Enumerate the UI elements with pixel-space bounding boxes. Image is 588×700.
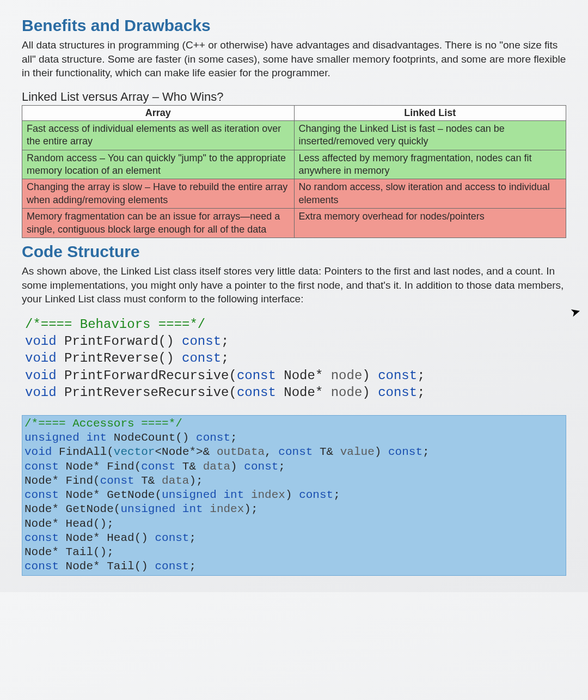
code-kw: const (299, 489, 333, 501)
code-kw: const (378, 368, 417, 383)
table-cell: Less affected by memory fragmentation, n… (294, 150, 566, 179)
code-txt: FindAll( (52, 446, 113, 458)
intro-paragraph: All data structures in programming (C++ … (22, 38, 566, 80)
code-kw: const (141, 460, 175, 473)
code-typ: vector (114, 446, 155, 458)
code-kw: void (25, 334, 57, 349)
code-txt: Node* Tail(); (24, 546, 114, 558)
comparison-table: Array Linked List Fast access of individ… (22, 105, 566, 238)
code-txt: Node* Find( (59, 460, 141, 473)
code-kw: unsigned int (120, 503, 203, 515)
code-kw: void (24, 446, 52, 458)
code-txt: T& (134, 474, 162, 487)
code-kw: const (237, 368, 276, 383)
code-txt: ; (422, 446, 430, 458)
code-txt (203, 503, 210, 515)
code-var: node (331, 368, 363, 383)
code-kw: const (155, 532, 189, 544)
code-kw: const (100, 474, 134, 487)
code-txt: <Node*>& (155, 446, 216, 458)
code-txt: ); (189, 474, 203, 487)
col-header-array: Array (22, 105, 295, 120)
code-txt (244, 489, 251, 501)
code-txt: PrintForward() (57, 334, 182, 349)
code-kw: void (25, 368, 57, 383)
code-kw: const (24, 460, 59, 473)
code-txt: PrintReverseRecursive( (57, 385, 237, 400)
code-txt: Node* Head(); (24, 518, 114, 530)
code-txt: NodeCount() (107, 431, 196, 444)
code-txt: ; (189, 560, 196, 573)
code-kw: unsigned int (24, 431, 107, 444)
table-cell: No random access, slow iteration and acc… (294, 179, 566, 209)
table-cell: Changing the Linked List is fast – nodes… (294, 120, 566, 150)
code-comment: /*==== Accessors ====*/ (24, 417, 182, 430)
code-txt: PrintForwardRecursive( (57, 368, 237, 383)
code-txt: T& (313, 446, 340, 458)
table-cell: Fast access of individual elements as we… (22, 120, 295, 150)
code-kw: void (25, 385, 57, 400)
code-txt: ) (375, 446, 388, 458)
code-comment: /*==== Behaviors ====*/ (25, 317, 205, 332)
code-txt: ) (285, 489, 299, 501)
subheading-versus: Linked List versus Array – Who Wins? (22, 90, 566, 104)
code-txt: ; (278, 460, 285, 473)
code-kw: const (378, 385, 417, 400)
code-kw: const (182, 334, 221, 349)
code-block-behaviors: /*==== Behaviors ====*/ void PrintForwar… (22, 316, 566, 401)
code-var: data (203, 460, 230, 473)
table-cell: Extra memory overhead for nodes/pointers (294, 209, 566, 238)
table-cell: Random access – You can quickly "jump" t… (22, 150, 295, 179)
code-txt: ; (230, 431, 237, 444)
code-kw: const (182, 351, 221, 366)
code-var: index (210, 503, 244, 515)
code-txt: Node* Head() (59, 532, 155, 544)
code-var: node (331, 385, 363, 400)
code-kw: const (24, 560, 59, 573)
code-txt: ; (221, 334, 229, 349)
code-kw: void (25, 351, 57, 366)
code-kw: const (388, 446, 422, 458)
code-txt: Node* Find( (24, 474, 100, 487)
heading-benefits: Benefits and Drawbacks (22, 16, 566, 35)
code-txt: PrintReverse() (57, 351, 182, 366)
code-txt: ) (230, 460, 244, 473)
heading-code-structure: Code Structure (22, 242, 566, 261)
code-kw: unsigned int (162, 489, 244, 501)
code-txt: ; (417, 368, 425, 383)
table-cell: Memory fragmentation can be an issue for… (22, 209, 295, 238)
code-txt: ; (221, 351, 229, 366)
code-var: data (162, 474, 189, 487)
code-kw: const (24, 532, 59, 544)
code-block-accessors: /*==== Accessors ====*/ unsigned int Nod… (22, 415, 566, 576)
code-kw: const (244, 460, 278, 473)
code-txt: ; (417, 385, 425, 400)
code-structure-paragraph: As shown above, the Linked List class it… (22, 264, 566, 306)
code-kw: const (155, 560, 189, 573)
code-txt: Node* GetNode( (24, 503, 120, 515)
code-txt: ); (244, 503, 258, 515)
code-txt: Node* (276, 385, 331, 400)
table-cell: Changing the array is slow – Have to reb… (22, 179, 295, 209)
code-var: index (251, 489, 285, 501)
code-txt: ) (362, 368, 378, 383)
code-txt: T& (175, 460, 203, 473)
code-txt: , (265, 446, 278, 458)
code-kw: const (237, 385, 276, 400)
code-var: outData (217, 446, 265, 458)
cursor-icon: ➤ (569, 304, 582, 320)
code-var: value (340, 446, 375, 458)
code-txt: ; (189, 532, 196, 544)
code-txt: ) (362, 385, 378, 400)
code-txt: Node* (276, 368, 331, 383)
code-txt: ; (333, 489, 340, 501)
code-txt: Node* Tail() (59, 560, 155, 573)
code-kw: const (196, 431, 230, 444)
code-kw: const (278, 446, 313, 458)
code-kw: const (24, 489, 59, 501)
code-txt: Node* GetNode( (59, 489, 162, 501)
col-header-linkedlist: Linked List (294, 105, 566, 120)
